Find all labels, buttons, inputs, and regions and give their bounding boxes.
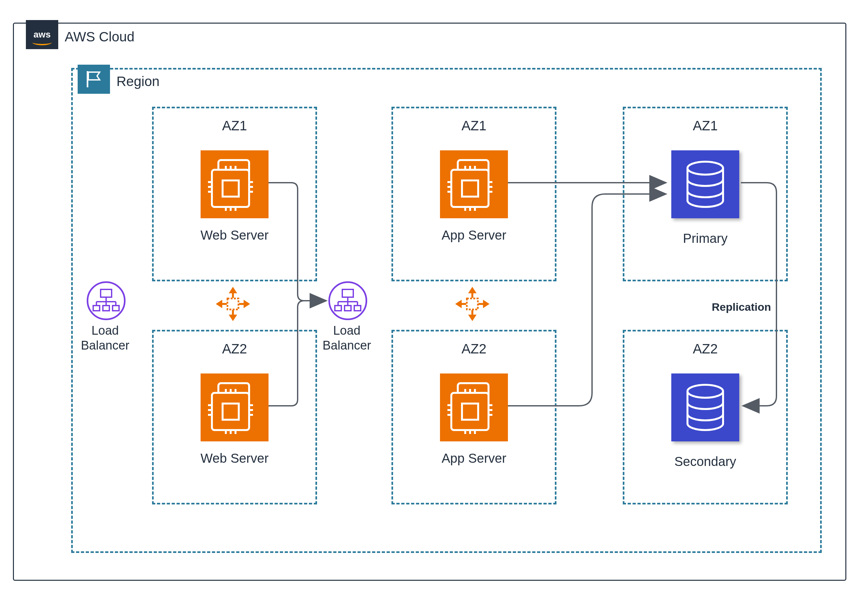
connector-app2-to-primary <box>508 194 665 406</box>
connector-replication <box>741 183 777 406</box>
connector-web1-to-lbapp <box>268 183 325 301</box>
replication-label: Replication <box>712 301 771 313</box>
diagram-canvas: aws AWS Cloud Region Load Balancer AZ1 <box>0 0 868 605</box>
connector-web2-to-lbapp <box>268 301 325 406</box>
